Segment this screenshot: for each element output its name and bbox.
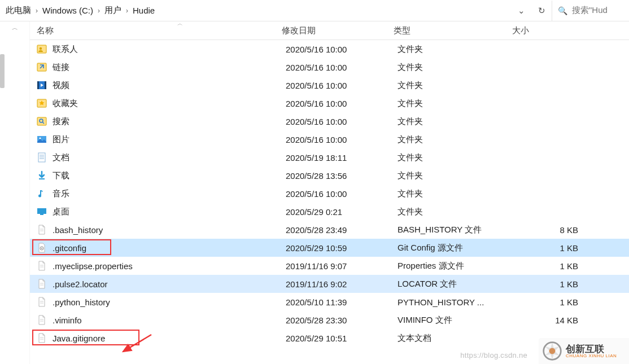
file-name: .python_history [53, 297, 286, 307]
file-row[interactable]: 文档2020/5/19 18:11文件夹 [30, 148, 629, 166]
videos-icon [37, 80, 47, 90]
annotation-arrow [120, 334, 154, 358]
file-name: 搜索 [53, 116, 286, 127]
file-date: 2020/5/16 10:00 [286, 45, 398, 54]
file-name: 收藏夹 [53, 98, 286, 109]
file-row[interactable]: .pulse2.locator2019/11/16 9:02LOCATOR 文件… [30, 275, 629, 293]
refresh-button[interactable]: ↻ [531, 1, 552, 21]
file-type: 文件夹 [398, 170, 516, 181]
file-row[interactable]: 联系人2020/5/16 10:00文件夹 [30, 40, 629, 58]
navigation-pane[interactable]: ︿ [0, 21, 30, 364]
contacts-icon [37, 44, 47, 54]
breadcrumb-segment[interactable]: Windows (C:) [39, 6, 97, 15]
file-date: 2020/5/16 10:00 [286, 135, 398, 144]
chevron-down-icon: ⌄ [518, 6, 525, 16]
desktop-icon [37, 207, 47, 217]
file-size: 1 KB [516, 279, 578, 289]
breadcrumb-segment[interactable]: 用户 [101, 5, 125, 16]
file-name: 文档 [53, 152, 286, 163]
svg-point-1 [40, 47, 42, 50]
file-size: 14 KB [516, 315, 578, 325]
music-icon [37, 188, 47, 199]
file-name: 图片 [53, 134, 286, 145]
column-header-type[interactable]: 类型 [387, 21, 505, 40]
file-row[interactable]: .gitconfig2020/5/29 10:59Git Config 源文件1… [30, 239, 629, 257]
history-dropdown-button[interactable]: ⌄ [511, 1, 531, 21]
svg-point-17 [38, 195, 41, 198]
download-icon [37, 170, 47, 181]
file-date: 2020/5/19 18:11 [286, 153, 398, 163]
file-row[interactable]: 下载2020/5/28 13:56文件夹 [30, 166, 629, 185]
file-date: 2020/5/10 11:39 [286, 297, 398, 307]
address-bar: 此电脑›Windows (C:)›用户›Hudie ⌄ ↻ 🔍 搜索"Hud [0, 0, 629, 21]
file-row[interactable]: .viminfo2020/5/28 23:30VIMINFO 文件14 KB [30, 311, 629, 329]
file-name: .gitconfig [53, 243, 286, 253]
svg-rect-12 [38, 153, 45, 162]
search-icon [37, 116, 47, 126]
file-type: 文件夹 [398, 152, 516, 163]
file-size: 1 KB [516, 261, 578, 271]
file-name: .viminfo [53, 315, 286, 325]
column-headers: 名称 修改日期 类型 大小 [30, 21, 629, 40]
search-placeholder: 搜索"Hud [572, 5, 608, 16]
svg-point-23 [41, 248, 42, 249]
column-header-size[interactable]: 大小 [505, 21, 584, 40]
file-row[interactable]: .bash_history2020/5/28 23:49BASH_HISTORY… [30, 221, 629, 239]
svg-rect-4 [37, 81, 39, 89]
file-size: 1 KB [516, 243, 578, 253]
file-row[interactable]: 收藏夹2020/5/16 10:00文件夹 [30, 94, 629, 112]
file-row[interactable]: 搜索2020/5/16 10:00文件夹 [30, 112, 629, 130]
file-date: 2020/5/28 13:56 [286, 171, 398, 181]
refresh-icon: ↻ [538, 6, 545, 16]
chevron-right-icon[interactable]: › [97, 7, 101, 15]
file-name: 下载 [53, 170, 286, 181]
fav-icon [37, 98, 47, 108]
column-header-date[interactable]: 修改日期 [275, 21, 387, 40]
chevron-right-icon[interactable]: › [34, 7, 39, 15]
file-type: 文件夹 [398, 134, 516, 145]
file-name: Java.gitignore [53, 334, 286, 343]
file-row[interactable]: 图片2020/5/16 10:00文件夹 [30, 130, 629, 148]
file-name: .myeclipse.properties [53, 261, 286, 271]
file-date: 2020/5/28 23:49 [286, 225, 398, 235]
file-date: 2020/5/16 10:00 [286, 63, 398, 72]
scroll-up-icon[interactable]: ︿ [12, 24, 18, 32]
file-type: 文件夹 [398, 80, 516, 91]
file-name: 视频 [53, 80, 286, 91]
file-row[interactable]: 音乐2020/5/16 10:00文件夹 [30, 185, 629, 203]
file-date: 2020/5/29 0:21 [286, 207, 398, 217]
file-type: 文件夹 [398, 98, 516, 109]
file-date: 2020/5/29 10:51 [286, 334, 398, 343]
search-input[interactable]: 🔍 搜索"Hud [552, 1, 629, 21]
file-date: 2019/11/16 9:07 [286, 261, 398, 271]
file-date: 2020/5/16 10:00 [286, 99, 398, 108]
file-row[interactable]: 桌面2020/5/29 0:21文件夹 [30, 203, 629, 221]
file-icon [37, 225, 47, 235]
sort-ascending-icon: ︿ [165, 21, 194, 26]
file-row[interactable]: 链接2020/5/16 10:00文件夹 [30, 58, 629, 76]
breadcrumb-segment[interactable]: Hudie [129, 6, 158, 15]
svg-rect-18 [37, 208, 46, 214]
file-type: 文件夹 [398, 188, 516, 199]
file-date: 2020/5/16 10:00 [286, 117, 398, 126]
file-type: VIMINFO 文件 [398, 315, 516, 326]
gear-icon [37, 243, 47, 253]
file-date: 2020/5/16 10:00 [286, 81, 398, 90]
file-icon [37, 297, 47, 307]
file-icon [37, 333, 47, 343]
file-row[interactable]: .myeclipse.properties2019/11/16 9:07Prop… [30, 257, 629, 275]
file-type: PYTHON_HISTORY ... [398, 297, 516, 307]
file-size: 8 KB [516, 225, 578, 235]
svg-line-34 [123, 335, 151, 352]
file-type: Git Config 源文件 [398, 243, 516, 253]
file-row[interactable]: 视频2020/5/16 10:00文件夹 [30, 76, 629, 94]
breadcrumb[interactable]: 此电脑›Windows (C:)›用户›Hudie [0, 5, 511, 16]
breadcrumb-segment[interactable]: 此电脑 [2, 5, 34, 16]
file-row[interactable]: .python_history2020/5/10 11:39PYTHON_HIS… [30, 293, 629, 311]
file-type: 文本文档 [398, 333, 516, 344]
column-header-name[interactable]: 名称 [30, 21, 275, 40]
chevron-right-icon[interactable]: › [125, 7, 129, 15]
scrollbar-thumb[interactable] [0, 54, 5, 88]
file-size: 1 KB [516, 297, 578, 307]
file-type: 文件夹 [398, 116, 516, 127]
